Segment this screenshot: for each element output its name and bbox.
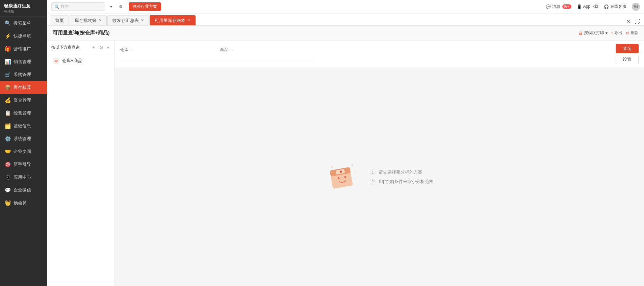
sidebar: 畅康通好生意 标准版 🔍 搜索菜单 ⚡ 快捷导航 🎁 营销推广 📊 销售管理 🛒… [0,0,47,286]
tab-available-ledger-close[interactable]: ✕ [187,18,190,23]
collapse-btn[interactable]: « [106,44,110,51]
sidebar-item-operation[interactable]: 📋 经营管理 [0,107,47,120]
sidebar-label-marketing: 营销推广 [14,46,31,52]
lightning-icon: ⚡ [5,33,11,39]
warehouse-label: 仓库 ··· [120,47,215,53]
online-service-item[interactable]: 🎧 在线客服 [604,4,626,9]
sidebar-label-newbie: 新手引导 [14,161,31,167]
refresh-icon: ↺ [626,31,629,35]
tab-batch-ledger[interactable]: 库存批次账 ✕ [70,15,107,25]
tab-available-ledger[interactable]: 可用量库存账本 ✕ [150,15,196,25]
sidebar-item-purchase[interactable]: 🛒 采购管理 [0,68,47,81]
sidebar-item-newbie[interactable]: 🎯 新手引导 [0,158,47,171]
sidebar-label-basic: 基础信息 [14,123,31,129]
sidebar-item-enterprise[interactable]: 🤝 企业协同 [0,145,47,158]
product-input[interactable] [220,54,315,61]
handshake-icon: 🤝 [5,149,11,155]
tab-expand-btn[interactable]: ⛶ [633,18,641,25]
refresh-btn[interactable]: ↺ 刷新 [626,30,639,36]
warehouse-input[interactable] [120,54,215,61]
sidebar-label-inventory: 库存核算 [14,84,31,90]
app-download-item[interactable]: 📱 App下载 [577,4,598,9]
cart-icon: 🛒 [5,72,11,78]
product-field: 商品 ··· [220,47,315,61]
sidebar-label-system: 系统管理 [14,136,31,142]
crown-icon: 👑 [5,200,11,206]
scheme-settings-btn[interactable]: ⊙ [98,44,104,51]
content-header-right: 🖨 按模板打印 ▾ ↑ 导出 ↺ 刷新 [578,30,639,36]
left-panel-title: 按以下方案查询 [51,45,80,50]
svg-point-6 [331,166,333,168]
money-icon: 💰 [5,97,11,103]
messages-item[interactable]: 💬 消息 99+ [546,4,571,9]
user-item[interactable]: Rit [632,3,640,11]
sidebar-label-finance: 资金管理 [14,97,31,103]
left-panel: 按以下方案查询 ＋ ⊙ « ⊕ 仓库+商品 [47,41,115,286]
sidebar-item-basic[interactable]: 🗂️ 基础信息 [0,120,47,132]
folder-icon: 🗂️ [5,123,11,129]
gear-icon: ⚙️ [5,136,11,142]
tabs-right-actions: ✕ ⛶ [625,18,641,25]
sidebar-scroll: 🔍 搜索菜单 ⚡ 快捷导航 🎁 营销推广 📊 销售管理 🛒 采购管理 📦 库存核… [0,17,47,286]
tab-available-ledger-label: 可用量库存账本 [155,18,185,24]
empty-hint-1: 1 请先选择要分析的方案 [370,169,434,175]
filter-settings-btn[interactable]: 设置 [616,55,639,64]
online-service-label: 在线客服 [610,4,626,9]
left-panel-actions: ＋ ⊙ « [90,44,110,51]
messages-label: 消息 [552,4,560,9]
add-scheme-btn[interactable]: ＋ [90,44,97,51]
product-label: 商品 ··· [220,47,315,53]
sidebar-item-app[interactable]: 📱 应用中心 [0,171,47,184]
settings-header-btn[interactable]: ⚙ [117,3,125,10]
empty-hint-2: 2 用[过滤]条件来缩小分析范围 [370,179,434,185]
clipboard-icon: 📋 [5,110,11,116]
sidebar-item-inventory[interactable]: 📦 库存核算 [0,81,47,94]
sidebar-item-search[interactable]: 🔍 搜索菜单 [0,17,47,30]
sidebar-label-shortcut: 快捷导航 [14,33,31,39]
sidebar-item-finance[interactable]: 💰 资金管理 [0,94,47,107]
sidebar-item-shortcut[interactable]: ⚡ 快捷导航 [0,30,47,43]
sidebar-item-wechat[interactable]: 💬 企业微信 [0,184,47,197]
step-2-num: 2 [370,179,376,185]
step-1-num: 1 [370,169,376,175]
warehouse-more-icon[interactable]: ··· [130,48,133,52]
filter-row: 仓库 ··· 商品 ··· 查询 设置 [115,41,644,68]
sidebar-logo: 畅康通好生意 标准版 [0,0,47,17]
filter-actions: 查询 设置 [616,44,639,64]
sidebar-item-sales[interactable]: 📊 销售管理 [0,55,47,68]
tab-batch-ledger-close[interactable]: ✕ [99,18,102,23]
warehouse-field: 仓库 ··· [120,47,215,61]
svg-point-8 [354,171,356,173]
chat-icon: 💬 [5,187,11,193]
sidebar-item-marketing[interactable]: 🎁 营销推广 [0,43,47,55]
tab-batch-ledger-label: 库存批次账 [75,18,97,24]
sidebar-label-search: 搜索菜单 [14,20,31,26]
tab-receipt-summary[interactable]: 收发存汇总表 ✕ [107,15,149,25]
export-btn[interactable]: ↑ 导出 [611,30,622,36]
bell-icon: 💬 [546,4,551,9]
query-btn[interactable]: 查询 [616,44,639,53]
page-title: 可用量查询(按仓库+商品) [53,30,110,36]
print-icon: 🖨 [578,31,583,35]
industry-btn[interactable]: 体验行业方案 [129,2,161,11]
chart-icon: 📊 [5,59,11,65]
gear-header-icon: ⚙ [119,4,123,9]
print-btn[interactable]: 🖨 按模板打印 ▾ [578,30,608,36]
tab-close-all-btn[interactable]: ✕ [625,18,632,25]
sidebar-item-system[interactable]: ⚙️ 系统管理 [0,132,47,145]
svg-point-7 [352,164,353,166]
main-area: 🔍 搜索 ▾ ⚙ 体验行业方案 💬 消息 99+ 📱 App下载 🎧 在线客服 [47,0,644,286]
product-more-icon[interactable]: ··· [230,48,233,52]
right-panel: 仓库 ··· 商品 ··· 查询 设置 [115,41,644,286]
tab-home[interactable]: 首页 [50,15,69,25]
tab-receipt-summary-close[interactable]: ✕ [141,18,144,23]
print-chevron-icon: ▾ [606,31,608,35]
scheme-warehouse-product[interactable]: ⊕ 仓库+商品 [47,54,114,67]
dropdown-btn[interactable]: ▾ [108,3,114,10]
print-label: 按模板打印 [584,30,604,36]
search-box[interactable]: 🔍 搜索 [51,2,105,11]
app-download-label: App下载 [583,4,598,9]
sidebar-item-member[interactable]: 👑 畅会员 [0,197,47,209]
phone-icon: 📱 [577,4,582,9]
sidebar-label-wechat: 企业微信 [14,187,31,193]
